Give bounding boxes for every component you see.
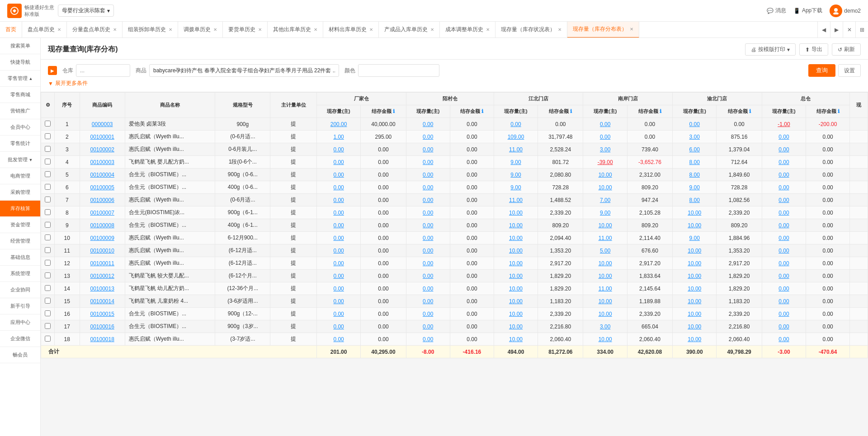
td-checkbox[interactable] [41, 181, 55, 194]
tab-1[interactable]: 盘点单历史 ✕ [22, 22, 67, 38]
sidebar-item-wechat[interactable]: 企业微信 [0, 331, 40, 347]
td-total-cur[interactable]: -1.00 [762, 118, 806, 131]
td-code[interactable]: 00100002 [80, 143, 125, 156]
td-ybk-cur[interactable]: 10.00 [673, 244, 717, 257]
td-mts-cur[interactable]: 0.00 [406, 295, 450, 308]
close-icon[interactable]: ✕ [486, 27, 490, 32]
td-factory-cur[interactable]: 0.00 [316, 169, 360, 181]
user-area[interactable]: demo2 [830, 5, 861, 17]
td-jb-cur[interactable]: 109.00 [494, 131, 538, 143]
td-jb-cur[interactable]: 9.00 [494, 169, 538, 181]
td-code[interactable]: 00100010 [80, 244, 125, 257]
td-ybk-cur[interactable]: 8.00 [673, 169, 717, 181]
td-na-cur[interactable]: 3.00 [583, 143, 627, 156]
td-code[interactable]: 00100016 [80, 320, 125, 333]
td-total-cur[interactable]: 0.00 [762, 169, 806, 181]
td-total-cur[interactable]: 0.00 [762, 232, 806, 244]
td-na-cur[interactable]: 7.00 [583, 194, 627, 206]
td-ybk-cur[interactable]: 10.00 [673, 219, 717, 232]
tab-11-active[interactable]: 现存量（库存分布表） ✕ [567, 22, 639, 38]
td-ybk-cur[interactable]: 10.00 [673, 295, 717, 308]
tab-4[interactable]: 调拨单历史 ✕ [178, 22, 223, 38]
export-btn[interactable]: ⬆ 导出 [799, 43, 828, 56]
settings-btn[interactable]: 设置 [838, 64, 861, 77]
td-total-cur[interactable]: 0.00 [762, 257, 806, 270]
sidebar-item-system[interactable]: 系统管理 [0, 266, 40, 282]
td-factory-cur[interactable]: 0.00 [316, 143, 360, 156]
td-total-cur[interactable]: 0.00 [762, 181, 806, 194]
td-checkbox[interactable] [41, 320, 55, 333]
td-ybk-cur[interactable]: 10.00 [673, 257, 717, 270]
color-input[interactable] [358, 64, 439, 77]
td-jb-cur[interactable]: 10.00 [494, 295, 538, 308]
td-mts-cur[interactable]: 0.00 [406, 282, 450, 295]
td-factory-cur[interactable]: 0.00 [316, 257, 360, 270]
td-factory-cur[interactable]: 0.00 [316, 333, 360, 346]
td-jb-cur[interactable]: 10.00 [494, 320, 538, 333]
td-mts-cur[interactable]: 0.00 [406, 131, 450, 143]
td-na-cur[interactable]: 10.00 [583, 219, 627, 232]
tab-3[interactable]: 组装拆卸单历史 ✕ [123, 22, 178, 38]
td-jb-cur[interactable]: 11.00 [494, 194, 538, 206]
print-btn[interactable]: 🖨 按模版打印 ▾ [745, 43, 796, 56]
th-settings[interactable]: ⚙ [41, 93, 55, 118]
td-checkbox[interactable] [41, 118, 55, 131]
td-jb-cur[interactable]: 10.00 [494, 232, 538, 244]
td-jb-cur[interactable]: 10.00 [494, 219, 538, 232]
td-mts-cur[interactable]: 0.00 [406, 232, 450, 244]
td-factory-cur[interactable]: 0.00 [316, 181, 360, 194]
sidebar-item-marketing[interactable]: 营销推广 [0, 103, 40, 119]
td-total-cur[interactable]: 0.00 [762, 194, 806, 206]
sidebar-item-inventory[interactable]: 库存核算 [0, 201, 40, 217]
tab-2[interactable]: 分量盘点单历史 ✕ [67, 22, 123, 38]
td-factory-cur[interactable]: 0.00 [316, 320, 360, 333]
sidebar-item-guide[interactable]: 新手引导 [0, 298, 40, 314]
td-na-cur[interactable]: 11.00 [583, 232, 627, 244]
td-ybk-cur[interactable]: 0.00 [673, 118, 717, 131]
td-factory-cur[interactable]: 0.00 [316, 270, 360, 282]
td-na-cur[interactable]: 10.00 [583, 270, 627, 282]
td-mts-cur[interactable]: 0.00 [406, 194, 450, 206]
td-factory-cur[interactable]: 0.00 [316, 232, 360, 244]
td-code[interactable]: 00100004 [80, 169, 125, 181]
td-jb-cur[interactable]: 10.00 [494, 333, 538, 346]
td-jb-cur[interactable]: 10.00 [494, 308, 538, 320]
close-icon[interactable]: ✕ [558, 27, 561, 32]
refresh-btn[interactable]: ↺ 刷新 [832, 43, 861, 56]
td-jb-cur[interactable]: 0.00 [494, 118, 538, 131]
sidebar-item-finance[interactable]: 资金管理 [0, 217, 40, 233]
td-mts-cur[interactable]: 0.00 [406, 308, 450, 320]
tab-8[interactable]: 产成品入库单历史 ✕ [379, 22, 440, 38]
td-na-cur[interactable]: 10.00 [583, 181, 627, 194]
close-icon[interactable]: ✕ [630, 27, 633, 32]
td-code[interactable]: 00100008 [80, 219, 125, 232]
td-mts-cur[interactable]: 0.00 [406, 181, 450, 194]
td-code[interactable]: 00100013 [80, 282, 125, 295]
td-mts-cur[interactable]: 0.00 [406, 118, 450, 131]
td-checkbox[interactable] [41, 143, 55, 156]
td-total-cur[interactable]: 0.00 [762, 131, 806, 143]
td-factory-cur[interactable]: 0.00 [316, 206, 360, 219]
industry-select[interactable]: 母婴行业演示陈套 ▾ [58, 5, 114, 17]
td-mts-cur[interactable]: 0.00 [406, 320, 450, 333]
sidebar-item-member2[interactable]: 畅会员 [0, 347, 40, 363]
td-factory-cur[interactable]: 200.00 [316, 118, 360, 131]
td-total-cur[interactable]: 0.00 [762, 308, 806, 320]
td-mts-cur[interactable]: 0.00 [406, 270, 450, 282]
sidebar-item-app-center[interactable]: 应用中心 [0, 314, 40, 331]
close-icon[interactable]: ✕ [57, 27, 61, 32]
sidebar-item-basic-info[interactable]: 基础信息 [0, 249, 40, 266]
message-btn[interactable]: 💬 消息 [767, 7, 786, 14]
td-checkbox[interactable] [41, 333, 55, 346]
td-checkbox[interactable] [41, 169, 55, 181]
td-code[interactable]: 00100006 [80, 194, 125, 206]
td-na-cur[interactable]: -39.00 [583, 156, 627, 169]
td-code[interactable]: 00100001 [80, 131, 125, 143]
td-mts-cur[interactable]: 0.00 [406, 219, 450, 232]
td-ybk-cur[interactable]: 3.00 [673, 131, 717, 143]
filter-toggle-btn[interactable]: ▶ [48, 66, 57, 75]
td-ybk-cur[interactable]: 10.00 [673, 308, 717, 320]
td-total-cur[interactable]: 0.00 [762, 244, 806, 257]
td-total-cur[interactable]: 0.00 [762, 295, 806, 308]
sidebar-item-enterprise[interactable]: 企业协同 [0, 282, 40, 298]
